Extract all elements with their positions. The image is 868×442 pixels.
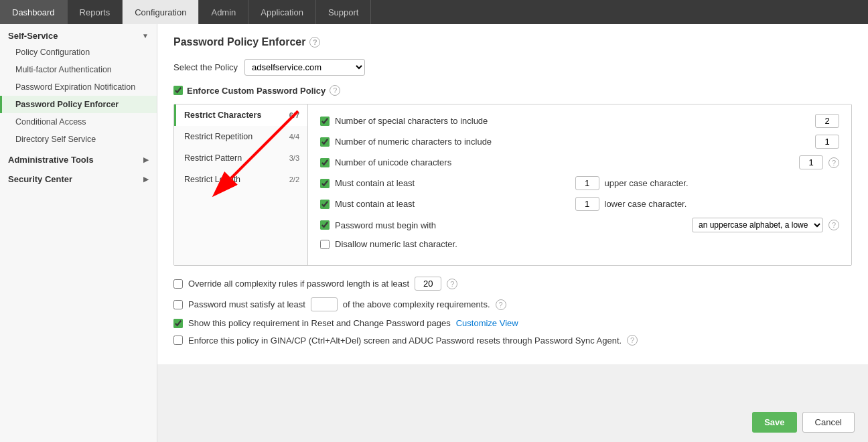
restriction-tabs: Restrict Characters 6/7 Restrict Repetit…	[174, 104, 308, 265]
rule-special-chars-checkbox[interactable]	[320, 117, 330, 126]
chevron-down-icon: ▼	[142, 32, 149, 40]
cancel-button[interactable]: Cancel	[802, 412, 855, 433]
sidebar-item-mfa[interactable]: Multi-factor Authentication	[0, 61, 157, 78]
page-title: Password Policy Enforcer ?	[173, 36, 852, 48]
unicode-help-icon[interactable]: ?	[828, 157, 839, 168]
rule-special-chars: Number of special characters to include	[320, 114, 839, 128]
restriction-tab-characters-label: Restrict Characters	[184, 110, 261, 120]
rule-numeric-chars-checkbox[interactable]	[320, 137, 330, 147]
rule-unicode-chars-checkbox[interactable]	[320, 158, 330, 167]
rule-disallow-numeric-last-checkbox[interactable]	[320, 240, 330, 249]
restriction-tab-pattern-label: Restrict Pattern	[184, 153, 242, 163]
tab-support[interactable]: Support	[316, 0, 372, 24]
restriction-tab-length-score: 2/2	[289, 175, 299, 183]
rule-lowercase-checkbox[interactable]	[320, 200, 330, 209]
option-override-complexity-checkbox[interactable]	[173, 279, 183, 289]
rule-lowercase: Must contain at least lower case charact…	[320, 197, 839, 211]
override-complexity-help-icon[interactable]: ?	[447, 279, 457, 289]
satisfy-help-icon[interactable]: ?	[496, 299, 506, 310]
save-button[interactable]: Save	[752, 412, 796, 433]
option-satisfy-at-least-checkbox[interactable]	[173, 300, 183, 309]
rule-begin-with-label: Password must begin with	[335, 220, 686, 230]
rule-unicode-chars-label: Number of unicode characters	[335, 157, 794, 167]
sidebar-item-directory-self-service[interactable]: Directory Self Service	[0, 131, 157, 148]
sidebar-section-security-label: Security Center	[8, 174, 72, 184]
rule-disallow-numeric-last: Disallow numeric last character.	[320, 239, 839, 249]
policy-select-label: Select the Policy	[173, 62, 238, 72]
restriction-tab-pattern-score: 3/3	[289, 154, 299, 162]
rule-special-chars-label: Number of special characters to include	[335, 116, 810, 126]
chevron-right-icon: ▶	[143, 156, 149, 163]
tab-admin[interactable]: Admin	[199, 0, 248, 24]
rule-disallow-numeric-last-label: Disallow numeric last character.	[335, 239, 839, 249]
policy-select-dropdown[interactable]: adselfservice.com	[244, 59, 365, 76]
option-override-complexity-value[interactable]	[415, 277, 441, 291]
restriction-tab-repetition-label: Restrict Repetition	[184, 132, 252, 141]
rule-uppercase-post-label: upper case character.	[605, 178, 840, 188]
option-satisfy-at-least-pre-label: Password must satisfy at least	[188, 299, 305, 309]
rule-uppercase-value[interactable]	[575, 176, 599, 190]
sidebar-section-admin-tools[interactable]: Administrative Tools ▶	[0, 148, 157, 167]
top-navigation: Dashboard Reports Configuration Admin Ap…	[0, 0, 868, 24]
option-enforce-gina-checkbox[interactable]	[173, 336, 183, 345]
begin-with-help-icon[interactable]: ?	[828, 220, 839, 230]
restriction-tab-length-label: Restrict Length	[184, 175, 240, 184]
tab-configuration[interactable]: Configuration	[123, 0, 199, 24]
policy-select-row: Select the Policy adselfservice.com	[173, 59, 852, 76]
bottom-options: Override all complexity rules if passwor…	[173, 277, 852, 346]
rule-numeric-chars-label: Number of numeric characters to include	[335, 137, 810, 147]
rule-begin-with-select[interactable]: an uppercase alphabet, a lowe	[692, 218, 823, 232]
option-show-policy: Show this policy requirement in Reset an…	[173, 318, 852, 328]
tab-reports[interactable]: Reports	[68, 0, 123, 24]
enforce-help-icon[interactable]: ?	[330, 85, 340, 96]
enforce-checkbox[interactable]	[173, 86, 183, 95]
chevron-right-icon-2: ▶	[143, 175, 149, 183]
sidebar-section-security-center[interactable]: Security Center ▶	[0, 167, 157, 187]
rule-uppercase: Must contain at least upper case charact…	[320, 176, 839, 190]
restriction-tab-repetition[interactable]: Restrict Repetition 4/4	[174, 126, 307, 147]
restriction-tab-repetition-score: 4/4	[289, 133, 299, 141]
rule-begin-with-checkbox[interactable]	[320, 220, 330, 230]
option-satisfy-at-least: Password must satisfy at least of the ab…	[173, 297, 852, 311]
footer-buttons: Save Cancel	[752, 412, 855, 433]
sidebar: Self-Service ▼ Policy Configuration Mult…	[0, 24, 157, 442]
enforce-gina-help-icon[interactable]: ?	[627, 335, 638, 346]
restriction-tab-characters[interactable]: Restrict Characters 6/7	[174, 104, 307, 126]
customize-view-link[interactable]: Customize View	[456, 318, 518, 328]
sidebar-item-password-policy-enforcer[interactable]: Password Policy Enforcer	[0, 96, 157, 113]
option-satisfy-at-least-post-label: of the above complexity requirements.	[343, 299, 490, 309]
sidebar-section-self-service[interactable]: Self-Service ▼	[0, 24, 157, 44]
option-show-policy-label: Show this policy requirement in Reset an…	[188, 318, 451, 328]
option-enforce-gina-label: Enforce this policy in GINA/CP (Ctrl+Alt…	[188, 336, 622, 346]
restriction-tab-characters-score: 6/7	[289, 111, 299, 119]
restriction-tab-length[interactable]: Restrict Length 2/2	[174, 169, 307, 190]
rule-numeric-chars: Number of numeric characters to include	[320, 135, 839, 149]
restriction-content: Number of special characters to include …	[308, 104, 851, 265]
sidebar-item-conditional-access[interactable]: Conditional Access	[0, 113, 157, 131]
title-help-icon[interactable]: ?	[309, 37, 320, 48]
main-layout: Self-Service ▼ Policy Configuration Mult…	[0, 24, 868, 442]
rule-numeric-chars-value[interactable]	[815, 135, 839, 149]
rule-unicode-chars: Number of unicode characters ?	[320, 155, 839, 169]
rule-lowercase-post-label: lower case character.	[605, 199, 840, 209]
rule-uppercase-checkbox[interactable]	[320, 179, 330, 188]
option-enforce-gina: Enforce this policy in GINA/CP (Ctrl+Alt…	[173, 335, 852, 346]
rule-lowercase-value[interactable]	[575, 197, 599, 211]
option-override-complexity-label: Override all complexity rules if passwor…	[188, 279, 409, 289]
rule-lowercase-pre-label: Must contain at least	[335, 199, 570, 209]
rule-unicode-chars-value[interactable]	[799, 155, 823, 169]
sidebar-item-policy-configuration[interactable]: Policy Configuration	[0, 44, 157, 61]
option-show-policy-checkbox[interactable]	[173, 319, 183, 328]
tab-dashboard[interactable]: Dashboard	[0, 0, 68, 24]
rule-special-chars-value[interactable]	[815, 114, 839, 128]
tab-application[interactable]: Application	[248, 0, 316, 24]
restriction-tab-pattern[interactable]: Restrict Pattern 3/3	[174, 147, 307, 169]
sidebar-item-password-expiration[interactable]: Password Expiration Notification	[0, 78, 157, 96]
content-wrapper: Password Policy Enforcer ? Select the Po…	[157, 24, 868, 442]
rule-begin-with: Password must begin with an uppercase al…	[320, 218, 839, 232]
main-content: Password Policy Enforcer ? Select the Po…	[157, 24, 868, 364]
option-satisfy-at-least-value[interactable]	[311, 297, 338, 311]
rule-uppercase-pre-label: Must contain at least	[335, 178, 570, 188]
sidebar-section-admin-label: Administrative Tools	[8, 155, 94, 165]
option-override-complexity: Override all complexity rules if passwor…	[173, 277, 852, 291]
